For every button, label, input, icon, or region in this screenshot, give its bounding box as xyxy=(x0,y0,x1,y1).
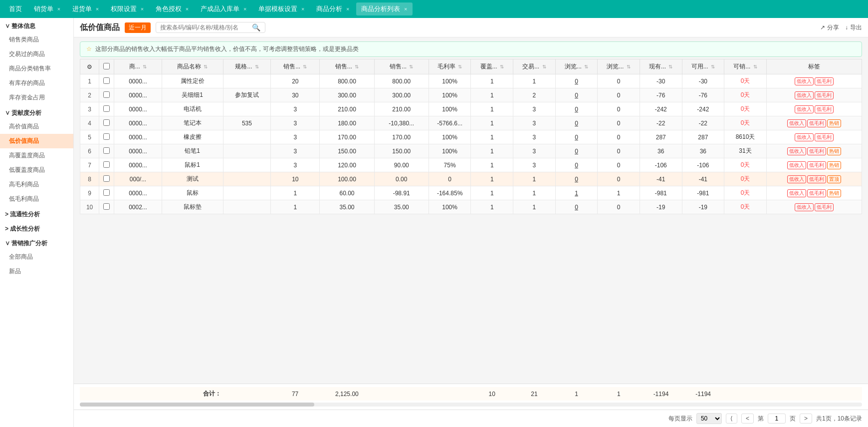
row-checkbox-cell[interactable] xyxy=(99,116,114,130)
col-margin[interactable]: 毛利率 ⇅ xyxy=(429,59,471,74)
col-sale-amt[interactable]: 销售... ⇅ xyxy=(320,59,374,74)
col-trade[interactable]: 交易... ⇅ xyxy=(513,59,556,74)
sidebar-item-traded-products[interactable]: 交易过的商品 xyxy=(0,47,73,61)
next-page-btn[interactable]: > xyxy=(800,414,812,424)
nav-product-analysis-list[interactable]: 商品分析列表 × xyxy=(356,2,412,15)
row-checkbox[interactable] xyxy=(103,147,110,154)
sidebar-group-marketing[interactable]: ∨ 营销推广分析 xyxy=(0,235,73,250)
row-view1[interactable]: 0 xyxy=(555,158,598,172)
view1-link[interactable]: 0 xyxy=(575,204,578,211)
row-view1[interactable]: 0 xyxy=(555,144,598,158)
col-tag[interactable]: 标签 xyxy=(766,59,862,74)
row-checkbox-cell[interactable] xyxy=(99,88,114,102)
row-view1[interactable]: 0 xyxy=(555,130,598,144)
col-settings[interactable]: ⚙ xyxy=(80,59,99,74)
view1-link[interactable]: 0 xyxy=(575,148,578,155)
page-size-select[interactable]: 50 100 200 xyxy=(696,413,722,424)
view1-link[interactable]: 0 xyxy=(575,78,578,85)
sidebar-item-stock-capital[interactable]: 库存资金占用 xyxy=(0,90,73,105)
select-all-checkbox[interactable] xyxy=(103,63,110,69)
search-input[interactable] xyxy=(160,24,250,31)
col-view1[interactable]: 浏览... ⇅ xyxy=(555,59,598,74)
sidebar-group-overall[interactable]: ∨ 整体信息 xyxy=(0,18,73,32)
view1-link[interactable]: 1 xyxy=(575,190,578,197)
nav-home[interactable]: 首页 xyxy=(4,2,27,15)
sidebar-group-contribution[interactable]: ∨ 贡献度分析 xyxy=(0,105,73,119)
row-view1[interactable]: 0 xyxy=(555,116,598,130)
col-sellable[interactable]: 可销... ⇅ xyxy=(724,59,767,74)
col-avail[interactable]: 可用... ⇅ xyxy=(682,59,724,74)
row-checkbox-cell[interactable] xyxy=(99,74,114,88)
row-checkbox[interactable] xyxy=(103,133,110,140)
row-view1[interactable]: 1 xyxy=(555,186,598,200)
row-checkbox[interactable] xyxy=(103,203,110,210)
row-checkbox[interactable] xyxy=(103,105,110,112)
sidebar-item-low-margin[interactable]: 低毛利商品 xyxy=(0,192,73,206)
col-sale-cost[interactable]: 销售... ⇅ xyxy=(374,59,429,74)
prev-page-btn[interactable]: < xyxy=(741,414,754,424)
row-checkbox-cell[interactable] xyxy=(99,200,114,214)
sidebar-group-circulation[interactable]: > 流通性分析 xyxy=(0,206,73,221)
row-checkbox-cell[interactable] xyxy=(99,172,114,186)
row-view1[interactable]: 0 xyxy=(555,200,598,214)
view1-link[interactable]: 0 xyxy=(575,162,578,169)
time-tag-btn[interactable]: 近一月 xyxy=(125,22,151,33)
row-checkbox-cell[interactable] xyxy=(99,102,114,116)
sidebar-item-all-products[interactable]: 全部商品 xyxy=(0,250,73,264)
row-checkbox[interactable] xyxy=(103,119,110,126)
row-view1[interactable]: 0 xyxy=(555,172,598,186)
nav-role-auth[interactable]: 角色授权 × xyxy=(151,2,194,15)
close-icon[interactable]: × xyxy=(346,6,349,12)
export-button[interactable]: ↓ 导出 xyxy=(845,23,862,32)
page-number-input[interactable] xyxy=(768,414,786,424)
col-cover[interactable]: 覆盖... ⇅ xyxy=(471,59,513,74)
nav-permissions[interactable]: 权限设置 × xyxy=(106,2,149,15)
sidebar-item-sales-products[interactable]: 销售类商品 xyxy=(0,32,73,47)
close-icon[interactable]: × xyxy=(96,6,99,12)
sidebar-group-growth[interactable]: > 成长性分析 xyxy=(0,221,73,235)
col-name[interactable]: 商品名称 ⇅ xyxy=(162,59,223,74)
row-checkbox-cell[interactable] xyxy=(99,186,114,200)
sidebar-item-low-value[interactable]: 低价值商品 xyxy=(0,134,73,148)
row-checkbox-cell[interactable] xyxy=(99,130,114,144)
col-checkbox[interactable] xyxy=(99,59,114,74)
col-code[interactable]: 商... ⇅ xyxy=(114,59,162,74)
row-checkbox[interactable] xyxy=(103,77,110,84)
nav-product-analysis[interactable]: 商品分析 × xyxy=(311,2,354,15)
row-view1[interactable]: 0 xyxy=(555,102,598,116)
row-checkbox[interactable] xyxy=(103,161,110,168)
row-checkbox[interactable] xyxy=(103,91,110,98)
row-checkbox[interactable] xyxy=(103,189,110,196)
row-view1[interactable]: 0 xyxy=(555,88,598,102)
share-button[interactable]: ↗ 分享 xyxy=(820,23,839,32)
close-icon[interactable]: × xyxy=(301,6,304,12)
col-view2[interactable]: 浏览... ⇅ xyxy=(598,59,640,74)
col-stock[interactable]: 现有... ⇅ xyxy=(640,59,682,74)
view1-link[interactable]: 0 xyxy=(575,120,578,127)
row-checkbox-cell[interactable] xyxy=(99,158,114,172)
nav-sales[interactable]: 销货单 × xyxy=(29,2,65,15)
col-sale-qty[interactable]: 销售... ⇅ xyxy=(271,59,320,74)
row-view1[interactable]: 0 xyxy=(555,74,598,88)
close-icon[interactable]: × xyxy=(243,6,246,12)
row-checkbox-cell[interactable] xyxy=(99,144,114,158)
close-icon[interactable]: × xyxy=(141,6,144,12)
view1-link[interactable]: 0 xyxy=(575,176,578,183)
row-checkbox[interactable] xyxy=(103,175,110,182)
nav-purchase[interactable]: 进货单 × xyxy=(67,2,104,15)
sidebar-item-category-rate[interactable]: 商品分类销售率 xyxy=(0,61,73,76)
sidebar-item-low-coverage[interactable]: 低覆盖度商品 xyxy=(0,163,73,177)
first-page-btn[interactable]: ⟨ xyxy=(726,414,737,424)
sidebar-item-new-products[interactable]: 新品 xyxy=(0,264,73,279)
sidebar-item-high-margin[interactable]: 高毛利商品 xyxy=(0,177,73,192)
close-icon[interactable]: × xyxy=(57,6,60,12)
view1-link[interactable]: 0 xyxy=(575,134,578,141)
search-icon[interactable]: 🔍 xyxy=(252,23,260,31)
nav-product-inbound[interactable]: 产成品入库单 × xyxy=(196,2,251,15)
sidebar-item-high-value[interactable]: 高价值商品 xyxy=(0,119,73,134)
view1-link[interactable]: 0 xyxy=(575,106,578,113)
nav-template[interactable]: 单据模板设置 × xyxy=(253,2,309,15)
close-icon[interactable]: × xyxy=(404,6,407,12)
close-icon[interactable]: × xyxy=(186,6,189,12)
view1-link[interactable]: 0 xyxy=(575,92,578,99)
